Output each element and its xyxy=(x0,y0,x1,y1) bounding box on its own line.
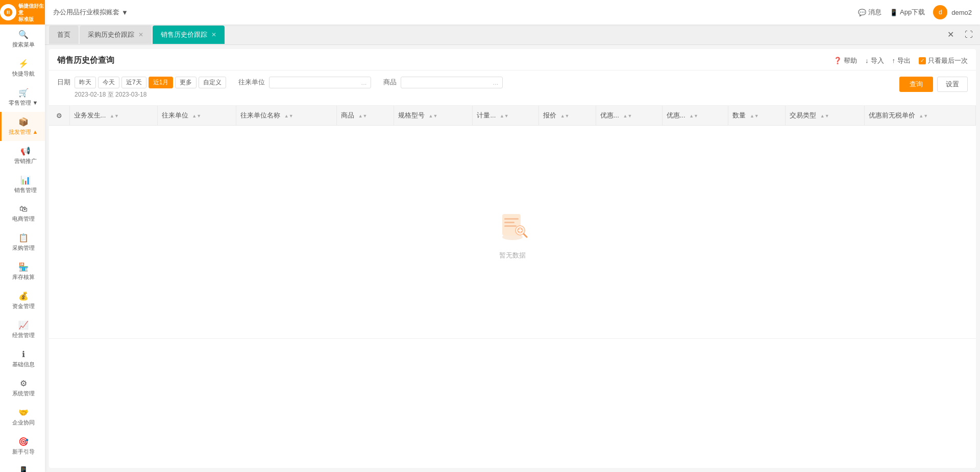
tab-sales-history[interactable]: 销售历史价跟踪 ✕ xyxy=(153,26,225,44)
tab-home[interactable]: 首页 xyxy=(49,26,79,44)
col-trade-type[interactable]: 交易类型 ▲▼ xyxy=(786,106,864,126)
sort-spec-icon: ▲▼ xyxy=(429,113,438,119)
company-selector[interactable]: 办公用品行业模拟账套 ▼ xyxy=(53,8,130,17)
topbar: 办公用品行业模拟账套 ▼ 💬 消息 📱 App下载 d demo2 xyxy=(45,0,980,25)
col-biz-date[interactable]: 业务发生... ▲▼ xyxy=(69,106,157,126)
sidebar-item-sales-mgmt[interactable]: 📊 销售管理 xyxy=(0,170,45,199)
tab-purchase-history[interactable]: 采购历史价跟踪 ✕ xyxy=(80,26,152,44)
partner-input-dots: ... xyxy=(361,79,367,86)
help-button[interactable]: ❓ 帮助 xyxy=(834,56,857,65)
empty-state-icon xyxy=(492,204,533,245)
ecommerce-icon: 🛍 xyxy=(19,204,28,214)
sidebar-item-inventory[interactable]: 🏪 库存核算 xyxy=(0,257,45,286)
empty-state: 暂无数据 xyxy=(53,130,972,334)
date-buttons: 昨天 今天 近7天 近1月 更多 自定义 xyxy=(75,77,226,88)
sidebar-item-retail[interactable]: 🛒 零售管理 ▼ xyxy=(0,83,45,112)
col-gear[interactable]: ⚙ xyxy=(49,106,69,126)
product-filter-group: 商品 ... xyxy=(383,77,503,88)
user-area[interactable]: d demo2 xyxy=(933,5,972,19)
sidebar-item-wholesale[interactable]: 📦 批发管理 ▲ xyxy=(0,112,45,141)
date-btn-yesterday[interactable]: 昨天 xyxy=(75,77,96,88)
col-spec[interactable]: 规格型号 ▲▼ xyxy=(394,106,472,126)
app-download-button[interactable]: 📱 App下载 xyxy=(890,8,925,17)
date-btn-more[interactable]: 更多 xyxy=(175,77,197,88)
sidebar-item-finance[interactable]: 💰 资金管理 xyxy=(0,286,45,315)
settings-button[interactable]: 设置 xyxy=(937,77,968,92)
onboarding-icon: 🎯 xyxy=(18,437,29,446)
sidebar-item-ecommerce[interactable]: 🛍 电商管理 xyxy=(0,199,45,228)
col-product[interactable]: 商品 ▲▼ xyxy=(337,106,394,126)
col-tax-free-price[interactable]: 优惠前无税单价 ▲▼ xyxy=(864,106,975,126)
checkbox-checked-icon: ✓ xyxy=(919,57,926,64)
product-input-dots: ... xyxy=(493,79,499,86)
col-quantity[interactable]: 数量 ▲▼ xyxy=(728,106,786,126)
page-title: 销售历史价查询 xyxy=(57,55,114,66)
only-last-checkbox[interactable]: ✓ 只看最后一次 xyxy=(919,56,968,65)
filter-bar: 日期 昨天 今天 近7天 近1月 更多 自定义 2023-02-18 至 202… xyxy=(49,70,976,106)
tabbar-actions: ✕ ⛶ xyxy=(943,28,976,42)
logo-icon xyxy=(0,4,16,20)
page-header: 销售历史价查询 ❓ 帮助 ↓ 导入 ↑ 导出 ✓ xyxy=(49,49,976,70)
col-discount2[interactable]: 优惠... ▲▼ xyxy=(662,106,728,126)
sort-trade-type-icon: ▲▼ xyxy=(820,113,829,119)
export-button[interactable]: ↑ 导出 xyxy=(892,56,911,65)
col-partner-code[interactable]: 往来单位 ▲▼ xyxy=(157,106,236,126)
partner-input[interactable]: ... xyxy=(269,77,371,88)
sort-tax-free-price-icon: ▲▼ xyxy=(919,113,928,119)
col-price[interactable]: 报价 ▲▼ xyxy=(539,106,596,126)
partner-filter-group: 往来单位 ... xyxy=(238,77,371,88)
date-btn-1month[interactable]: 近1月 xyxy=(149,77,174,88)
col-partner-name[interactable]: 往来单位名称 ▲▼ xyxy=(236,106,337,126)
message-button[interactable]: 💬 消息 xyxy=(858,8,881,17)
import-button[interactable]: ↓ 导入 xyxy=(865,56,884,65)
date-options: 昨天 今天 近7天 近1月 更多 自定义 2023-02-18 至 2023-0… xyxy=(75,77,226,99)
data-table: ⚙ 业务发生... ▲▼ 往来单位 ▲▼ 往来单位名称 ▲ xyxy=(49,106,976,339)
sales-mgmt-icon: 📊 xyxy=(20,175,31,185)
sidebar-item-purchase[interactable]: 📋 采购管理 xyxy=(0,228,45,257)
svg-rect-4 xyxy=(504,225,517,227)
sidebar-item-system[interactable]: ⚙ 系统管理 xyxy=(0,373,45,403)
finance-icon: 💰 xyxy=(18,291,29,301)
sort-partner-name-icon: ▲▼ xyxy=(284,113,293,119)
wholesale-icon: 📦 xyxy=(18,117,29,127)
topbar-left: 办公用品行业模拟账套 ▼ xyxy=(53,8,858,17)
date-range-display: 2023-02-18 至 2023-03-18 xyxy=(75,90,226,99)
product-input[interactable]: ... xyxy=(401,77,503,88)
query-button[interactable]: 查询 xyxy=(899,77,933,92)
date-btn-today[interactable]: 今天 xyxy=(98,77,119,88)
system-icon: ⚙ xyxy=(20,379,27,388)
sort-biz-date-icon: ▲▼ xyxy=(110,113,119,119)
sidebar-item-basic-info[interactable]: ℹ 基础信息 xyxy=(0,344,45,373)
product-label: 商品 xyxy=(383,77,397,87)
sort-quantity-icon: ▲▼ xyxy=(750,113,759,119)
content-area: 销售历史价查询 ❓ 帮助 ↓ 导入 ↑ 导出 ✓ xyxy=(45,45,980,472)
close-purchase-tab-icon[interactable]: ✕ xyxy=(138,31,143,38)
table-body: 暂无数据 xyxy=(49,126,976,339)
sidebar-item-enterprise[interactable]: 🤝 企业协同 xyxy=(0,403,45,432)
sidebar-item-search[interactable]: 🔍 搜索菜单 xyxy=(0,25,45,54)
sidebar-item-marketing[interactable]: 📢 营销推广 xyxy=(0,141,45,170)
date-btn-7days[interactable]: 近7天 xyxy=(121,77,146,88)
sidebar-item-apps[interactable]: 📱 应用中心 xyxy=(0,461,45,472)
date-btn-custom[interactable]: 自定义 xyxy=(199,77,226,88)
empty-text: 暂无数据 xyxy=(499,251,526,260)
basic-info-icon: ℹ xyxy=(22,349,25,359)
inventory-icon: 🏪 xyxy=(18,262,29,272)
topbar-right: 💬 消息 📱 App下载 d demo2 xyxy=(858,5,972,19)
maximize-button[interactable]: ⛶ xyxy=(962,28,976,42)
app-download-icon: 📱 xyxy=(890,9,898,16)
close-sales-tab-icon[interactable]: ✕ xyxy=(211,31,216,38)
search-icon: 🔍 xyxy=(18,30,29,39)
sidebar-item-operation[interactable]: 📈 经营管理 xyxy=(0,315,45,344)
date-label: 日期 xyxy=(57,77,70,87)
col-unit[interactable]: 计量... ▲▼ xyxy=(473,106,539,126)
svg-rect-3 xyxy=(504,222,514,223)
sort-partner-icon: ▲▼ xyxy=(192,113,201,119)
close-all-tabs-button[interactable]: ✕ xyxy=(943,28,958,42)
col-discount1[interactable]: 优惠... ▲▼ xyxy=(596,106,663,126)
sidebar-item-quick-nav[interactable]: ⚡ 快捷导航 xyxy=(0,54,45,83)
marketing-icon: 📢 xyxy=(20,146,31,156)
sort-discount1-icon: ▲▼ xyxy=(623,113,632,119)
operation-icon: 📈 xyxy=(18,320,29,330)
sidebar-item-onboarding[interactable]: 🎯 新手引导 xyxy=(0,432,45,461)
